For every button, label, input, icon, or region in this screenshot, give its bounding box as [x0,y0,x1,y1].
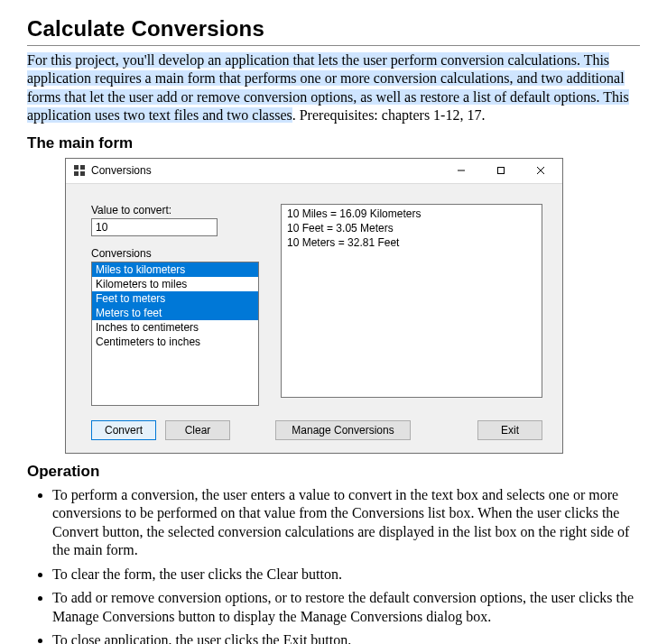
value-input[interactable] [91,218,218,236]
conversions-listbox[interactable]: Miles to kilometersKilometers to milesFe… [91,262,259,406]
convert-button[interactable]: Convert [91,420,156,440]
clear-button[interactable]: Clear [165,420,230,440]
results-listbox[interactable]: 10 Miles = 16.09 Kilometers10 Feet = 3.0… [281,204,542,398]
conversion-item[interactable]: Miles to kilometers [92,262,258,277]
intro-rest: . Prerequisites: chapters 1-12, 17. [292,107,486,123]
svg-rect-0 [74,165,79,170]
section-operation: Operation [27,463,640,481]
window-titlebar[interactable]: Conversions [66,159,562,184]
operation-item: To add or remove conversion options, or … [52,589,640,626]
close-button[interactable] [521,159,560,182]
svg-rect-5 [498,168,505,174]
maximize-button[interactable] [481,159,521,182]
operation-item: To close application, the user clicks th… [52,631,640,644]
operation-list: To perform a conversion, the user enters… [27,486,640,644]
svg-rect-1 [80,165,85,170]
result-line: 10 Feet = 3.05 Meters [287,221,536,235]
conversion-item[interactable]: Centimeters to inches [92,335,258,349]
conversion-item[interactable]: Inches to centimeters [92,320,258,335]
result-line: 10 Miles = 16.09 Kilometers [287,207,536,221]
operation-item: To perform a conversion, the user enters… [52,486,640,560]
conversion-item[interactable]: Feet to meters [92,291,258,306]
manage-conversions-button[interactable]: Manage Conversions [275,420,411,440]
minimize-button[interactable] [441,159,481,182]
exit-button[interactable]: Exit [477,420,542,440]
result-line: 10 Meters = 32.81 Feet [287,235,536,250]
page-title: Calculate Conversions [27,16,640,41]
conversion-item[interactable]: Kilometers to miles [92,277,258,291]
title-rule [27,45,640,46]
conversion-item[interactable]: Meters to feet [92,306,258,320]
svg-rect-3 [80,171,85,176]
app-icon [73,164,86,177]
conversions-label: Conversions [91,247,259,260]
operation-item: To clear the form, the user clicks the C… [52,566,640,584]
window-client: Value to convert: Conversions Miles to k… [66,184,562,453]
value-label: Value to convert: [91,204,259,216]
window-title: Conversions [91,164,152,177]
section-main-form: The main form [27,134,640,152]
svg-rect-2 [74,171,79,176]
main-form-window: Conversions Value to convert: Conversion… [65,158,563,454]
intro-paragraph: For this project, you'll develop an appl… [27,51,640,125]
